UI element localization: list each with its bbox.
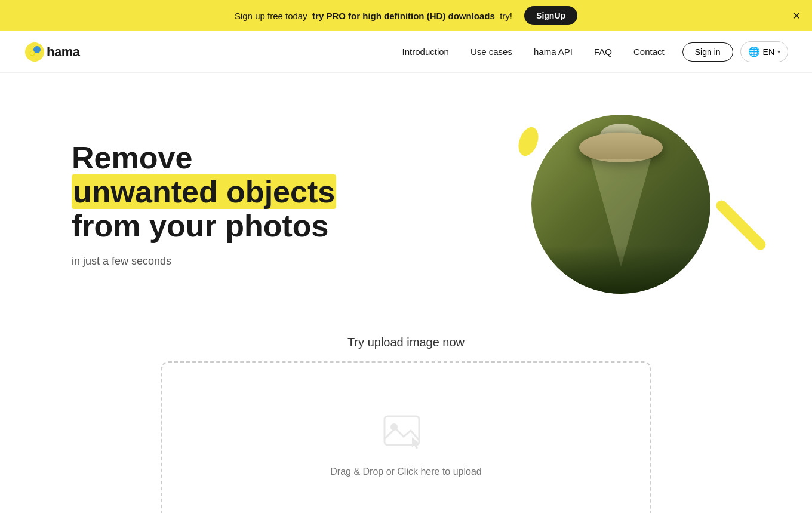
upload-title: Try upload image now	[161, 336, 651, 349]
main-nav: hama Introduction Use cases hama API FAQ…	[0, 31, 812, 73]
banner-close-button[interactable]: ×	[793, 10, 800, 21]
nav-hama-api[interactable]: hama API	[534, 47, 573, 57]
image-placeholder-icon	[382, 410, 430, 452]
nav-use-cases[interactable]: Use cases	[470, 47, 512, 57]
nav-faq[interactable]: FAQ	[594, 47, 612, 57]
hero-image-circle	[531, 115, 710, 294]
nav-links: Introduction Use cases hama API FAQ Cont…	[402, 47, 665, 57]
ufo-scene	[531, 115, 710, 294]
banner-signup-button[interactable]: SignUp	[524, 6, 577, 25]
globe-icon: 🌐	[748, 46, 760, 57]
hero-subtitle: in just a few seconds	[72, 255, 406, 268]
upload-dropzone[interactable]: Drag & Drop or Click here to upload	[161, 361, 651, 513]
svg-point-2	[30, 51, 35, 56]
language-label: EN	[763, 47, 774, 57]
nav-introduction[interactable]: Introduction	[402, 47, 449, 57]
ufo-body	[579, 133, 663, 162]
sign-in-button[interactable]: Sign in	[682, 42, 733, 62]
language-selector[interactable]: 🌐 EN ▾	[740, 41, 788, 62]
logo-icon	[24, 41, 45, 63]
hero-illustration-container	[406, 109, 740, 300]
nav-contact[interactable]: Contact	[633, 47, 665, 57]
upload-section: Try upload image now Drag & Drop or Clic…	[137, 324, 675, 513]
hero-section: Remove unwanted objects from your photos…	[0, 73, 812, 324]
nav-actions: Sign in 🌐 EN ▾	[682, 41, 788, 62]
upload-drop-text: Drag & Drop or Click here to upload	[330, 466, 481, 477]
decoration-pill	[714, 198, 768, 253]
logo-text: hama	[47, 44, 79, 60]
hero-illustration	[513, 109, 740, 300]
chevron-down-icon: ▾	[777, 48, 780, 55]
ground	[531, 246, 710, 294]
promo-banner: Sign up free today try PRO for high defi…	[0, 0, 812, 31]
hero-content: Remove unwanted objects from your photos…	[72, 141, 406, 268]
banner-message: Sign up free today try PRO for high defi…	[235, 11, 512, 21]
logo-link[interactable]: hama	[24, 41, 79, 63]
hero-title: Remove unwanted objects from your photos	[72, 141, 406, 244]
